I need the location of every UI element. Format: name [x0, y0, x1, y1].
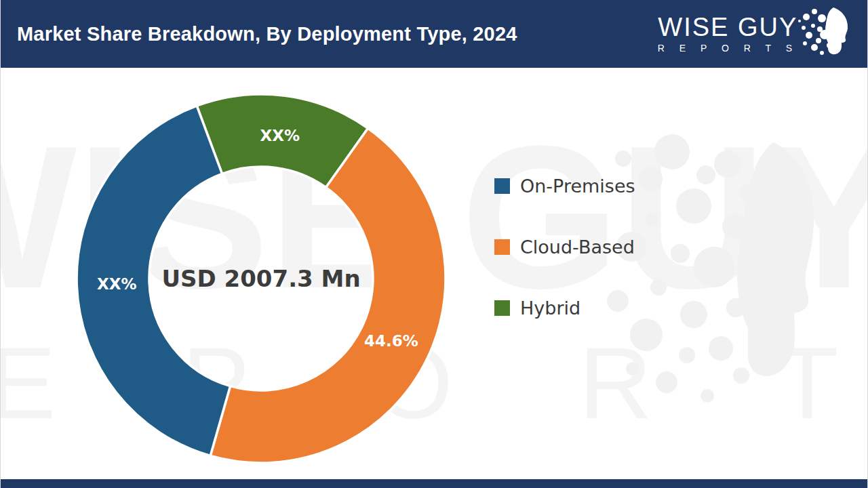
report-card: WISE GUY R E P O R T S Market Share Brea…: [0, 0, 868, 488]
legend-swatch-hybrid: [494, 300, 510, 316]
legend-label-hybrid: Hybrid: [520, 298, 580, 319]
wiseguy-logo: WISE GUY R E P O R T S: [658, 5, 850, 63]
logo-face-icon: [794, 5, 850, 63]
page-title: Market Share Breakdown, By Deployment Ty…: [17, 23, 517, 45]
logo-text: WISE GUY R E P O R T S: [658, 14, 798, 54]
footer-bar: [1, 479, 867, 488]
legend-item-on-premises: On-Premises: [494, 175, 635, 197]
logo-subtitle: R E P O R T S: [658, 43, 798, 54]
logo-wordmark: WISE GUY: [658, 14, 797, 40]
legend: On-PremisesCloud-BasedHybrid: [494, 175, 635, 358]
header: Market Share Breakdown, By Deployment Ty…: [1, 0, 867, 68]
legend-label-cloud-based: Cloud-Based: [520, 237, 635, 258]
legend-item-hybrid: Hybrid: [494, 297, 635, 319]
legend-item-cloud-based: Cloud-Based: [494, 236, 635, 258]
legend-label-on-premises: On-Premises: [520, 176, 635, 197]
legend-swatch-cloud-based: [494, 239, 510, 255]
donut-center-value: USD 2007.3 Mn: [161, 265, 360, 292]
legend-swatch-on-premises: [494, 178, 510, 194]
